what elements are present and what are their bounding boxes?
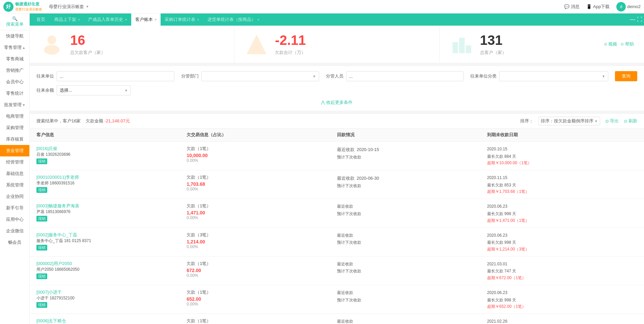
debt-amount-0: 10,000.00 — [187, 153, 337, 158]
filter-dept-select[interactable]: ▼ — [201, 71, 319, 81]
sidebar-item-marketing[interactable]: 营销推广 — [0, 65, 29, 76]
sidebar-item-inventory[interactable]: 库存核算 — [0, 134, 29, 145]
tab-production-history-close-icon[interactable]: × — [125, 18, 127, 22]
stat-info-total-customers: 131 总客户（家） — [480, 33, 506, 56]
customer-name-1[interactable]: [00010200011]李老师 — [36, 174, 187, 180]
overdue-amount-0[interactable]: 超期￥10,000.00（1笔） — [487, 160, 637, 166]
sidebar-item-member[interactable]: 会员中心 — [0, 76, 29, 88]
header-payment: 回款情况 — [337, 132, 487, 138]
tab-purchase-stats-label: 采购订单统计表 — [165, 17, 195, 23]
payment-info-2: 最近收款 预计下次收款 — [337, 203, 487, 217]
customer-name-0[interactable]: [0016]吕俊 — [36, 146, 187, 152]
sidebar-wechat-label: 企业微信 — [6, 228, 24, 233]
message-btn[interactable]: 💬 消息 — [564, 4, 580, 10]
filter-balance-select[interactable]: 选择... ▼ — [57, 85, 131, 95]
debt-pct-1: 0.00% — [187, 187, 337, 192]
sidebar-item-ecommerce[interactable]: 电商管理 — [0, 111, 29, 122]
customer-info-0: [0016]吕俊 吕俊 13026203696 现销 — [36, 146, 187, 164]
tab-purchase-stats[interactable]: 采购订单统计表 × — [161, 13, 203, 26]
overdue-amount-2[interactable]: 超期￥1,471.00（1笔） — [487, 218, 637, 224]
svg-point-1 — [44, 45, 59, 55]
tab-customer-ledger[interactable]: 客户账本 × — [131, 13, 161, 26]
app-download-btn[interactable]: 📱 App下载 — [586, 4, 610, 10]
sidebar-item-search[interactable]: 🔍 搜索菜单 — [0, 13, 29, 30]
tab-production-history[interactable]: 产成品入库单历史 × — [84, 13, 131, 26]
customer-info-1: [00010200011]李老师 李老师 18600391516 现销 — [36, 174, 187, 193]
header-debt-info: 欠交易信息（占比） — [187, 132, 337, 138]
debt-info-0: 欠款（1笔） 10,000.00 0.00% — [187, 146, 337, 163]
tab-maximize-icon[interactable]: ⛶ — [637, 17, 642, 23]
retail-mgmt-arrow-icon: ▲ — [22, 46, 26, 50]
company-name: 母婴行业演示账套 — [49, 4, 84, 10]
collapse-btn[interactable]: ⋀ 收起更多条件 — [36, 99, 637, 106]
customer-phone-4: 用户2050 18665062050 — [36, 267, 187, 272]
sidebar-item-newbie[interactable]: 新手引导 — [0, 202, 29, 214]
video-btn[interactable]: ⊙ 视频 — [604, 41, 617, 47]
sidebar-item-retail-mgmt[interactable]: 零售管理 ▲ — [0, 42, 29, 53]
demo-link[interactable]: 母婴行业演示账套 — [15, 7, 42, 12]
refresh-label: 刷新 — [628, 118, 637, 124]
sidebar-item-system[interactable]: 系统管理 — [0, 179, 29, 191]
filter-category-select[interactable]: ▼ — [499, 71, 608, 81]
sidebar-item-basic-info[interactable]: 基础信息 — [0, 168, 29, 179]
username-label: demo2 — [627, 4, 641, 9]
right-panel: 首页 商品上下架 × 产成品入库单历史 × 客户账本 × 采购订单统计表 × — [30, 13, 644, 324]
customer-name-4[interactable]: [000002]用户2050 — [36, 261, 187, 267]
tab-inbound-stats-close-icon[interactable]: × — [257, 18, 259, 22]
tab-product-listing-close-icon[interactable]: × — [78, 18, 80, 22]
refresh-btn[interactable]: ⊙ 刷新 — [624, 118, 637, 124]
customer-name-2[interactable]: [0003]畅捷服务尹海蒸 — [36, 203, 187, 209]
tab-product-listing[interactable]: 商品上下架 × — [50, 13, 84, 26]
sidebar-quicknav-label: 快捷导航 — [6, 33, 24, 38]
debt-total-icon — [245, 32, 268, 56]
overdue-amount-5[interactable]: 超期￥652.00（1笔） — [487, 304, 637, 310]
overdue-amount-1[interactable]: 超期￥1,703.68（1笔） — [487, 189, 637, 195]
sort-select[interactable]: 排序：按欠款金额倒序排序 ▼ — [538, 117, 600, 125]
filter-category-chevron-icon: ▼ — [602, 75, 605, 78]
sidebar-item-retail-stat[interactable]: 零售统计 — [0, 88, 29, 99]
sidebar-retail-mall-label: 零售商城 — [6, 56, 24, 61]
filter-row-2: 往来余额 选择... ▼ — [36, 85, 637, 95]
logo-icon: 好 — [3, 2, 13, 12]
debt-count-3: 欠款（3笔） — [187, 232, 337, 238]
sidebar-item-purchase[interactable]: 采购管理 — [0, 122, 29, 134]
filter-balance-chevron-icon: ▼ — [124, 89, 128, 92]
result-prefix: 搜索结果中，客户16家 — [36, 118, 81, 123]
overdue-amount-3[interactable]: 超期￥1,214.00（3笔） — [487, 246, 637, 252]
sidebar-item-retail-mall[interactable]: 零售商城 — [0, 53, 29, 65]
debt-pct-4: 0.00% — [187, 273, 337, 278]
tab-inbound-stats[interactable]: 进货单统计表（按商品） × — [203, 13, 263, 26]
table-row: [0003]畅捷服务尹海蒸 尹蒸 18513066976 现销 欠款（1笔） 1… — [30, 199, 644, 228]
tab-customer-ledger-close-icon[interactable]: × — [155, 18, 157, 22]
filter-unit-input[interactable]: ... — [57, 71, 174, 81]
customer-name-3[interactable]: [0002]服务中心_丁磊 — [36, 232, 187, 238]
customer-name-5[interactable]: [0007]小进干 — [36, 289, 187, 295]
export-btn[interactable]: ⊙ 导出 — [605, 118, 619, 124]
tab-purchase-stats-close-icon[interactable]: × — [197, 18, 199, 22]
sidebar-item-enterprise[interactable]: 企业协同 — [0, 191, 29, 202]
user-menu[interactable]: d demo2 — [616, 2, 641, 11]
filter-person-input[interactable]: ... — [346, 71, 464, 81]
sidebar-item-wholesale[interactable]: 批发管理 ▼ — [0, 99, 29, 111]
table-row: [000002]用户2050 用户2050 18665062050 现销 欠款（… — [30, 257, 644, 285]
query-button[interactable]: 查询 — [615, 71, 637, 81]
overdue-amount-4[interactable]: 超期￥672.00（1笔） — [487, 275, 637, 281]
help-btn[interactable]: ⊙ 帮助 — [620, 41, 634, 47]
debt-count-5: 欠款（1笔） — [187, 289, 337, 295]
tab-minimize-icon[interactable]: — — [630, 17, 635, 23]
tab-home[interactable]: 首页 — [31, 13, 50, 26]
sidebar-item-operations[interactable]: 经营管理 — [0, 156, 29, 168]
result-bar: 搜索结果中，客户16家 欠款金额 -21,148.07元 排序： 排序：按欠款金… — [30, 114, 644, 128]
customer-tag-4: 现销 — [36, 273, 47, 279]
svg-rect-4 — [459, 38, 465, 53]
customer-name-6[interactable]: [0006]去下粮仓 — [36, 318, 187, 324]
customer-info-2: [0003]畅捷服务尹海蒸 尹蒸 18513066976 现销 — [36, 203, 187, 222]
sidebar-item-quicknav[interactable]: 快捷导航 — [0, 30, 29, 42]
filter-unit-dots: ... — [60, 74, 63, 79]
sidebar-item-app-center[interactable]: 应用中心 — [0, 214, 29, 225]
company-dropdown[interactable]: 母婴行业演示账套 ▼ — [49, 4, 89, 10]
sidebar-item-wechat[interactable]: 企业微信 — [0, 225, 29, 237]
sidebar-item-finance[interactable]: 资金管理 — [0, 145, 29, 156]
total-customers-icon — [450, 32, 473, 56]
sidebar-item-member2[interactable]: 畅会员 — [0, 237, 29, 248]
